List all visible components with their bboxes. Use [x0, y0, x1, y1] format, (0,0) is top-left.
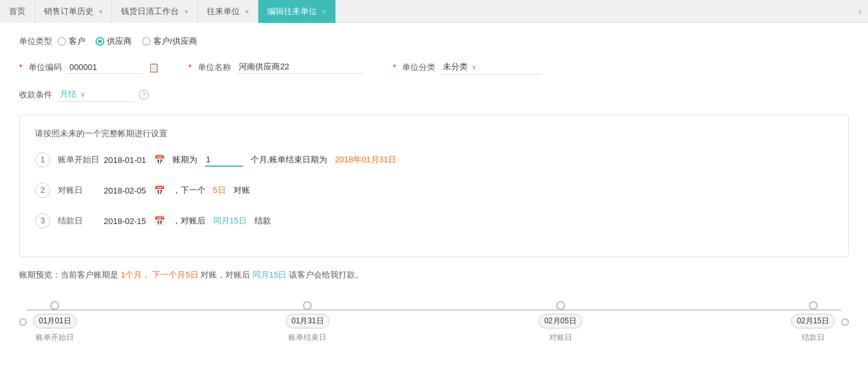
period-date-3: 2018-02-15	[104, 216, 146, 226]
period-desc-prefix-1: 账期为	[172, 154, 197, 165]
unit-category-dropdown[interactable]: 未分类 ∨	[440, 60, 542, 74]
unit-code-input[interactable]	[67, 61, 143, 74]
period-highlight-3: 同月15日	[213, 215, 247, 227]
period-label-2: 对账日	[58, 185, 96, 196]
radio-label-customer: 客户	[69, 36, 85, 47]
period-date-2: 2018-02-05	[104, 186, 146, 195]
period-desc-suffix-3: 结款	[255, 215, 271, 227]
tab-partner-units[interactable]: 往来单位 ×	[198, 0, 258, 23]
timeline-date-3: 02月05日	[538, 314, 582, 328]
unit-type-row: 单位类型 客户 供应商 客户/供应商	[19, 36, 849, 47]
timeline-end-dot	[841, 318, 849, 326]
close-icon-partner-units[interactable]: ×	[245, 8, 249, 15]
payment-terms-help-icon[interactable]: ?	[139, 90, 149, 100]
main-content: 单位类型 客户 供应商 客户/供应商 * 单位编码	[0, 23, 868, 387]
period-row-1: 1 账单开始日 2018-01-01 📅 账期为 个月,账单结束日期为 2018…	[35, 152, 833, 167]
period-desc-prefix-2: ，下一个	[172, 185, 206, 196]
timeline-node-1: 01月01日 账单开始日	[33, 301, 77, 343]
period-cal-icon-1[interactable]: 📅	[154, 155, 165, 165]
radio-circle-customer	[57, 37, 66, 46]
period-cal-icon-3[interactable]: 📅	[154, 216, 165, 226]
row-num-1: 1	[35, 152, 50, 167]
period-label-1: 账单开始日	[58, 154, 96, 165]
preview-suffix: 该客户会给我打款。	[289, 270, 363, 279]
unit-category-chevron-icon: ∨	[472, 63, 477, 71]
unit-name-required: *	[188, 62, 192, 72]
unit-category-value: 未分类	[443, 61, 468, 73]
unit-category-label: 单位分类	[402, 62, 435, 73]
period-highlight-2: 5日	[213, 185, 226, 196]
unit-code-label: 单位编码	[29, 62, 62, 73]
timeline-dot-4	[809, 301, 818, 310]
tab-more-button[interactable]: ›	[852, 0, 868, 23]
close-icon-edit-partner[interactable]: ×	[322, 8, 326, 15]
tab-edit-partner-label: 编辑往来单位	[267, 6, 317, 17]
tab-edit-partner[interactable]: 编辑往来单位 ×	[258, 0, 335, 23]
radio-circle-both	[142, 37, 151, 46]
payment-terms-label: 收款条件	[19, 89, 52, 101]
tab-home[interactable]: 首页	[0, 0, 35, 23]
unit-code-required: *	[19, 62, 22, 72]
timeline-date-4: 02月15日	[791, 314, 835, 328]
period-end-date-highlight: 2018年01月31日	[335, 154, 396, 165]
timeline-date-1: 01月01日	[33, 314, 77, 328]
period-desc-prefix-3: ，对账后	[172, 215, 206, 227]
radio-customer[interactable]: 客户	[57, 36, 85, 47]
payment-terms-chevron-icon: ∨	[80, 90, 85, 99]
preview-period: 1个月，	[121, 270, 150, 279]
payment-terms-value: 月结	[60, 88, 76, 100]
radio-both[interactable]: 客户/供应商	[142, 36, 197, 47]
radio-group-unit-type: 客户 供应商 客户/供应商	[57, 36, 197, 47]
unit-name-field: * 单位名称	[188, 61, 363, 74]
unit-type-field: 单位类型 客户 供应商 客户/供应商	[19, 36, 197, 47]
period-desc-suffix-2: 对账	[234, 185, 250, 196]
timeline-label-3: 对账日	[549, 332, 572, 343]
timeline-label-1: 账单开始日	[36, 332, 74, 343]
unit-code-copy-icon[interactable]: 📋	[148, 62, 159, 73]
radio-label-supplier: 供应商	[107, 36, 132, 47]
timeline-label-4: 结款日	[802, 332, 825, 343]
timeline-date-2: 01月31日	[286, 314, 330, 328]
period-label-3: 结款日	[58, 215, 96, 227]
radio-supplier[interactable]: 供应商	[95, 36, 132, 47]
preview-section: 账期预览：当前客户账期是 1个月， 下一个月5日 对账，对账后 同月15日 该客…	[19, 267, 849, 282]
timeline: 01月01日 账单开始日 01月31日 账单结束日 02月05日 对账日	[19, 295, 849, 349]
section-title: 请按照未来的一个完整帐期进行设置	[35, 128, 833, 139]
preview-mid: 对账，对账后	[200, 270, 250, 279]
tab-cash-reconciliation-label: 钱货日清工作台	[121, 6, 179, 17]
unit-category-field: * 单位分类 未分类 ∨	[393, 60, 542, 74]
close-icon-sales-order-history[interactable]: ×	[99, 8, 102, 15]
radio-circle-supplier	[95, 37, 104, 46]
unit-category-required: *	[393, 62, 396, 72]
timeline-label-2: 账单结束日	[288, 332, 326, 343]
timeline-node-4: 02月15日 结款日	[791, 301, 835, 343]
row-num-3: 3	[35, 213, 50, 229]
period-row-2: 2 对账日 2018-02-05 📅 ，下一个 5日 对账	[35, 183, 833, 198]
tab-sales-order-history-label: 销售订单历史	[44, 6, 94, 17]
tab-sales-order-history[interactable]: 销售订单历史 ×	[35, 0, 112, 23]
tab-home-label: 首页	[9, 6, 25, 17]
period-row-3: 3 结款日 2018-02-15 📅 ，对账后 同月15日 结款	[35, 213, 833, 229]
period-settings-section: 请按照未来的一个完整帐期进行设置 1 账单开始日 2018-01-01 📅 账期…	[19, 115, 849, 257]
timeline-dot-2	[303, 301, 312, 310]
timeline-start-dot	[19, 318, 27, 326]
period-months-input[interactable]	[205, 153, 243, 167]
payment-terms-row: 收款条件 月结 ∨ ?	[19, 87, 849, 102]
unit-code-field: * 单位编码 📋	[19, 61, 159, 74]
payment-terms-dropdown[interactable]: 月结 ∨	[57, 87, 134, 102]
timeline-node-2: 01月31日 账单结束日	[286, 301, 330, 343]
unit-type-label: 单位类型	[19, 36, 52, 47]
close-icon-cash-reconciliation[interactable]: ×	[184, 8, 188, 15]
period-desc-suffix-1: 个月,账单结束日期为	[251, 154, 328, 165]
radio-label-both: 客户/供应商	[153, 36, 197, 47]
tab-cash-reconciliation[interactable]: 钱货日清工作台 ×	[112, 0, 197, 23]
period-date-1: 2018-01-01	[104, 155, 146, 165]
period-cal-icon-2[interactable]: 📅	[154, 185, 165, 195]
unit-info-row: * 单位编码 📋 * 单位名称 * 单位分类 未分类 ∨	[19, 60, 849, 74]
unit-name-input[interactable]	[236, 61, 363, 74]
preview-settle: 同月15日	[253, 270, 286, 279]
preview-period-next: 下一个月5日	[152, 270, 198, 279]
tab-bar: 首页 销售订单历史 × 钱货日清工作台 × 往来单位 × 编辑往来单位 × ›	[0, 0, 868, 23]
row-num-2: 2	[35, 183, 50, 198]
payment-terms-field: 收款条件 月结 ∨ ?	[19, 87, 149, 102]
